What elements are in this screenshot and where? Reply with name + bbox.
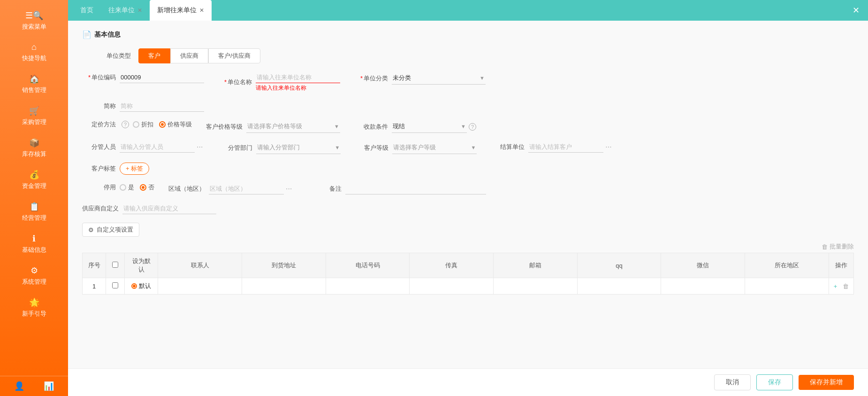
sidebar-item-ops[interactable]: 📋 经营管理: [0, 196, 68, 228]
row-delete-btn[interactable]: 🗑: [843, 283, 849, 290]
cell-address[interactable]: [242, 278, 326, 295]
cell-seq: 1: [83, 278, 106, 295]
row-add-btn[interactable]: +: [834, 283, 838, 290]
settlement-unit-more-btn[interactable]: ···: [603, 143, 613, 151]
tab-new-transaction[interactable]: 新增往来单位 ✕: [150, 0, 212, 21]
manager-more-btn[interactable]: ···: [195, 143, 205, 151]
tab-home[interactable]: 首页: [73, 0, 101, 21]
tab-bar: 首页 往来单位 ✕ 新增往来单位 ✕ ✕: [68, 0, 868, 21]
cell-phone[interactable]: [326, 278, 410, 295]
region-more-btn[interactable]: ···: [284, 185, 294, 193]
qq-input[interactable]: [582, 283, 656, 290]
disabled-radio-yes[interactable]: 是: [120, 183, 134, 192]
pricing-radio-level[interactable]: 价格等级: [159, 120, 192, 129]
supplier-custom-input[interactable]: [122, 203, 216, 214]
batch-delete-row: 🗑 批量删除: [82, 242, 854, 251]
sidebar-item-sales[interactable]: 🏠 销售管理: [0, 68, 68, 100]
tab-transactions[interactable]: 往来单位 ✕: [101, 0, 150, 21]
sidebar-item-quick-nav[interactable]: ⌂ 快捷导航: [0, 37, 68, 68]
unit-type-both-btn[interactable]: 客户/供应商: [208, 48, 260, 63]
customer-price-level-chevron: ▼: [334, 124, 339, 129]
fax-input[interactable]: [414, 283, 488, 290]
wechat-input[interactable]: [666, 283, 740, 290]
row-short-name: 简称: [82, 101, 854, 112]
stats-icon[interactable]: 📊: [44, 381, 54, 391]
field-supplier-custom: 供应商自定义: [82, 203, 216, 214]
window-close-icon[interactable]: ✕: [849, 5, 863, 16]
row-manager-dept: 分管人员 ··· 分管部门 请输入分管部门 ▼ 客户等级 请选择客户等级 ▼ 结…: [82, 141, 854, 154]
unit-name-input[interactable]: [256, 72, 340, 83]
short-name-input[interactable]: [120, 101, 204, 112]
col-region: 所在地区: [745, 253, 829, 278]
quick-nav-icon: ⌂: [31, 42, 37, 52]
cell-contact[interactable]: [158, 278, 242, 295]
pricing-radio-group: 折扣 价格等级: [133, 120, 192, 129]
select-all-checkbox[interactable]: [112, 262, 118, 268]
cell-region[interactable]: [745, 278, 829, 295]
save-new-button[interactable]: 保存并新增: [799, 375, 854, 390]
field-short-name: 简称: [82, 101, 204, 112]
cell-email[interactable]: [494, 278, 578, 295]
cell-qq[interactable]: [577, 278, 661, 295]
pricing-radio-discount[interactable]: 折扣: [133, 120, 153, 129]
unit-type-customer-btn[interactable]: 客户: [138, 48, 170, 63]
tab-transactions-label: 往来单位: [108, 6, 135, 15]
pricing-help-icon[interactable]: ?: [122, 121, 129, 128]
col-contact: 联系人: [158, 253, 242, 278]
payment-help-icon[interactable]: ?: [469, 123, 476, 131]
sidebar-item-search[interactable]: ☰🔍 搜索菜单: [0, 5, 68, 37]
field-disabled: 停用 是 否: [82, 183, 154, 192]
settlement-unit-input[interactable]: [528, 141, 603, 153]
sidebar-item-ops-label: 经营管理: [22, 214, 46, 222]
sidebar-item-inventory[interactable]: 📦 库存核算: [0, 132, 68, 164]
cell-fax[interactable]: [410, 278, 494, 295]
sales-icon: 🏠: [29, 74, 39, 84]
address-input[interactable]: [247, 283, 321, 290]
row-checkbox[interactable]: [112, 282, 118, 288]
unit-code-input[interactable]: [120, 72, 204, 83]
manager-input[interactable]: [120, 141, 195, 153]
customer-level-label: 客户等级: [355, 144, 392, 152]
customer-price-level-select[interactable]: 请选择客户价格等级 ▼: [246, 120, 340, 133]
col-check: [106, 253, 125, 278]
sidebar-item-basic-info[interactable]: ℹ 基础信息: [0, 228, 68, 260]
cancel-button[interactable]: 取消: [714, 374, 751, 390]
section-title-text: 基本信息: [94, 31, 121, 39]
customer-price-level-placeholder: 请选择客户价格等级: [247, 122, 332, 131]
sidebar-item-sys[interactable]: ⚙ 系统管理: [0, 260, 68, 292]
batch-delete-label[interactable]: 批量删除: [830, 242, 854, 251]
user-icon[interactable]: 👤: [14, 381, 24, 391]
customer-level-select[interactable]: 请选择客户等级 ▼: [392, 141, 477, 154]
region-input[interactable]: [209, 183, 284, 194]
disabled-radio-no[interactable]: 否: [140, 183, 154, 192]
sidebar-item-purchase[interactable]: 🛒 采购管理: [0, 100, 68, 132]
phone-input[interactable]: [331, 283, 405, 290]
payment-terms-select[interactable]: 现结 ▼: [392, 120, 467, 133]
region-label: 区域（地区）: [168, 185, 209, 193]
sidebar-item-beginner[interactable]: 🌟 新手引导: [0, 292, 68, 324]
tab-new-transaction-close[interactable]: ✕: [199, 7, 204, 14]
field-payment-terms: 收款条件 现结 ▼ ?: [354, 120, 476, 133]
region-table-input[interactable]: [750, 283, 824, 290]
save-button[interactable]: 保存: [756, 374, 793, 390]
dept-select[interactable]: 请输入分管部门 ▼: [256, 141, 341, 154]
tab-transactions-close[interactable]: ✕: [137, 7, 142, 14]
email-input[interactable]: [498, 283, 572, 290]
unit-category-select[interactable]: 未分类 ▼: [392, 72, 486, 85]
contact-input[interactable]: [163, 283, 237, 290]
main-content: 首页 往来单位 ✕ 新增往来单位 ✕ ✕ 📄 基本信息 单位类型 客户 供应商 …: [68, 0, 868, 396]
field-settlement-unit: 结算单位 ···: [491, 141, 613, 153]
field-customer-price-level: 客户价格等级 请选择客户价格等级 ▼: [206, 120, 340, 133]
contacts-table: 序号 设为默认 联系人 到货地址 电话号码 传真 邮箱 qq 微信 所在地区 操…: [82, 253, 854, 295]
add-tag-btn[interactable]: + 标签: [120, 163, 149, 175]
field-region: 区域（地区） ···: [168, 183, 294, 194]
remark-input[interactable]: [345, 183, 486, 194]
unit-type-supplier-btn[interactable]: 供应商: [170, 48, 208, 63]
custom-settings-btn[interactable]: ⚙ 自定义项设置: [82, 223, 139, 237]
basic-info-icon: ℹ: [32, 233, 36, 244]
cell-wechat[interactable]: [661, 278, 745, 295]
sidebar-item-funds[interactable]: 💰 资金管理: [0, 164, 68, 196]
dept-chevron: ▼: [335, 145, 340, 150]
sidebar-item-purchase-label: 采购管理: [22, 118, 46, 126]
default-radio[interactable]: [131, 283, 137, 289]
